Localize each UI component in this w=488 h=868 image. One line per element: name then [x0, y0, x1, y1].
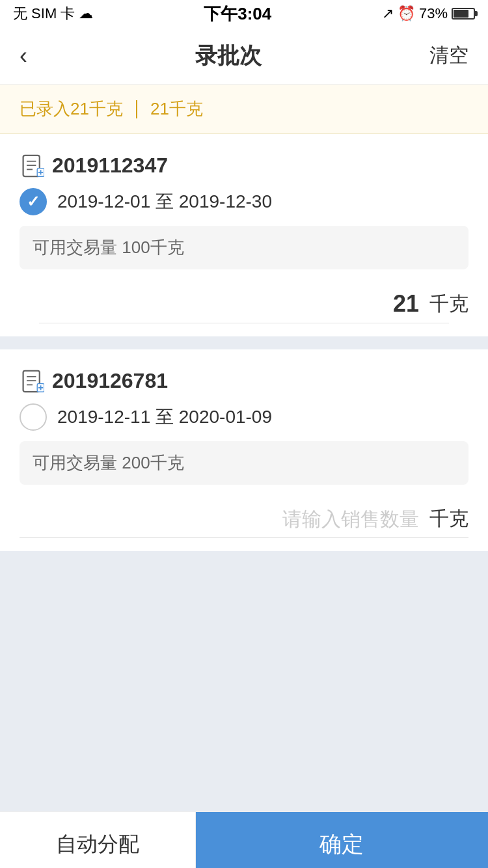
alarm-icon: ⏰: [398, 5, 415, 22]
batch-header-1: 2019112347: [20, 154, 468, 178]
auto-distribute-button[interactable]: 自动分配: [0, 812, 196, 868]
section-divider: [0, 336, 488, 349]
batch-card-1: 2019112347 2019-12-01 至 2019-12-30 可用交易量…: [0, 134, 488, 336]
document-icon-1: [20, 154, 46, 178]
batch-date-row-1: 2019-12-01 至 2019-12-30: [20, 188, 468, 215]
card-divider-1: [39, 323, 449, 323]
clear-button[interactable]: 清空: [429, 42, 468, 69]
status-left: 无 SIM 卡 ☁: [13, 4, 93, 23]
nav-bar: ‹ 录批次 清空: [0, 27, 488, 85]
availability-1: 可用交易量 100千克: [20, 226, 468, 269]
batch-id-2: 2019126781: [52, 369, 168, 393]
recorded-amount: 已录入21千克: [20, 98, 123, 120]
total-amount: 21千克: [150, 98, 203, 120]
confirm-button[interactable]: 确定: [196, 812, 488, 868]
quantity-unit-1: 千克: [429, 291, 468, 318]
quantity-input-row-2: 千克: [20, 495, 468, 538]
status-time: 下午3:04: [204, 3, 271, 25]
availability-2: 可用交易量 200千克: [20, 441, 468, 485]
batch-header-2: 2019126781: [20, 369, 468, 393]
location-icon: ↗: [382, 5, 394, 22]
document-icon-2: [20, 370, 46, 393]
page-title: 录批次: [195, 41, 262, 71]
batch-id-1: 2019112347: [52, 154, 168, 178]
quantity-value-1: 21: [393, 290, 419, 318]
quantity-input-2[interactable]: [224, 508, 419, 530]
info-banner: 已录入21千克 21千克: [0, 85, 488, 134]
sim-status: 无 SIM 卡 ☁: [13, 4, 93, 23]
quantity-unit-2: 千克: [429, 506, 468, 532]
back-button[interactable]: ‹: [20, 42, 27, 70]
status-bar: 无 SIM 卡 ☁ 下午3:04 ↗ ⏰ 73%: [0, 0, 488, 27]
radio-2[interactable]: [20, 403, 47, 431]
quantity-row-1: 21 千克: [20, 280, 468, 323]
batch-date-1: 2019-12-01 至 2019-12-30: [57, 189, 272, 214]
batch-date-2: 2019-12-11 至 2020-01-09: [57, 405, 272, 429]
batch-date-row-2: 2019-12-11 至 2020-01-09: [20, 403, 468, 431]
empty-area: [0, 551, 488, 811]
content-area: 2019112347 2019-12-01 至 2019-12-30 可用交易量…: [0, 134, 488, 811]
battery-icon: [452, 8, 475, 20]
status-right: ↗ ⏰ 73%: [382, 5, 475, 22]
info-divider: [136, 100, 137, 118]
battery-percent: 73%: [419, 5, 448, 22]
batch-card-2: 2019126781 2019-12-11 至 2020-01-09 可用交易量…: [0, 349, 488, 551]
radio-1[interactable]: [20, 188, 47, 215]
bottom-bar: 自动分配 确定: [0, 811, 488, 868]
